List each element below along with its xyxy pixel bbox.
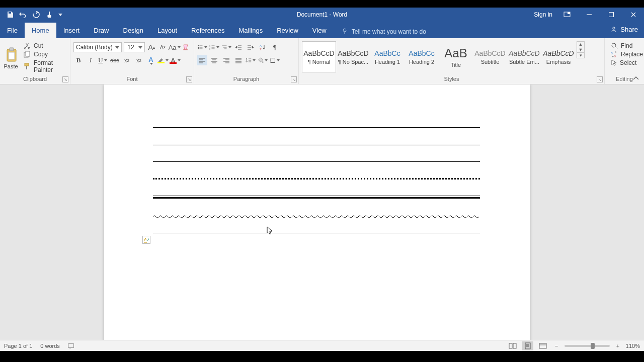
shading-button[interactable] — [258, 55, 268, 65]
align-center-button[interactable] — [209, 55, 219, 65]
replace-button[interactable]: abReplace — [611, 51, 638, 58]
sort-button[interactable]: AZ — [258, 42, 268, 52]
document-area[interactable] — [0, 84, 644, 340]
horizontal-line-triple — [153, 196, 480, 199]
window-title: Document1 - Word — [297, 11, 347, 18]
qat-dropdown-icon[interactable] — [58, 14, 62, 16]
svg-point-15 — [198, 45, 199, 46]
font-size-combo[interactable]: 12 — [124, 42, 145, 52]
styles-more-icon[interactable]: ▾ — [577, 53, 584, 58]
zoom-slider[interactable] — [565, 345, 610, 347]
clipboard-dialog-launcher[interactable]: ↘ — [62, 76, 68, 82]
tab-layout[interactable]: Layout — [150, 23, 184, 38]
tab-references[interactable]: References — [184, 23, 231, 38]
clear-formatting-button[interactable] — [182, 42, 191, 52]
style-title[interactable]: AaBTitle — [439, 41, 473, 72]
bullets-button[interactable] — [197, 42, 207, 52]
tab-home[interactable]: Home — [25, 23, 56, 38]
style--no-spac-[interactable]: AaBbCcD¶ No Spac... — [336, 41, 370, 72]
zoom-in-button[interactable]: + — [614, 343, 622, 349]
style-subtle-em-[interactable]: AaBbCcDSubtle Em... — [507, 41, 541, 72]
multilevel-list-button[interactable] — [221, 42, 231, 52]
justify-button[interactable] — [233, 55, 244, 65]
find-button[interactable]: Find — [611, 42, 638, 49]
svg-rect-7 — [10, 48, 14, 51]
tab-insert[interactable]: Insert — [56, 23, 87, 38]
ribbon-display-icon[interactable] — [559, 10, 575, 20]
svg-rect-30 — [513, 343, 516, 348]
page[interactable] — [104, 84, 530, 340]
bold-button[interactable]: B — [73, 55, 84, 65]
tab-design[interactable]: Design — [116, 23, 150, 38]
style-subtitle[interactable]: AaBbCcDSubtitle — [473, 41, 507, 72]
style-heading-2[interactable]: AaBbCcHeading 2 — [405, 41, 439, 72]
style-heading-1[interactable]: AaBbCcHeading 1 — [370, 41, 405, 72]
paste-button[interactable]: Paste — [3, 40, 20, 76]
tab-mailings[interactable]: Mailings — [232, 23, 270, 38]
copy-button[interactable]: Copy — [24, 51, 65, 58]
highlight-button[interactable] — [158, 55, 168, 65]
increase-indent-button[interactable] — [246, 42, 256, 52]
save-icon[interactable] — [6, 11, 14, 19]
styles-dialog-launcher[interactable]: ↘ — [597, 76, 603, 82]
undo-icon[interactable] — [19, 11, 27, 19]
svg-rect-28 — [68, 343, 74, 347]
tell-me-search[interactable]: Tell me what you want to do — [337, 28, 431, 35]
read-mode-button[interactable] — [507, 341, 518, 350]
status-words[interactable]: 0 words — [40, 343, 60, 349]
text-effects-button[interactable]: A — [146, 55, 156, 65]
touch-mode-icon[interactable] — [45, 11, 53, 19]
font-color-button[interactable]: A — [170, 55, 180, 65]
scroll-up-icon[interactable]: ▲ — [577, 42, 584, 47]
format-painter-icon — [24, 63, 31, 70]
font-dialog-launcher[interactable]: ↘ — [186, 76, 192, 82]
collapse-ribbon-icon[interactable] — [631, 74, 641, 83]
maximize-icon[interactable] — [604, 10, 619, 20]
align-right-button[interactable] — [221, 55, 231, 65]
zoom-out-button[interactable]: − — [552, 343, 560, 349]
numbering-button[interactable]: 123 — [209, 42, 219, 52]
tab-draw[interactable]: Draw — [87, 23, 116, 38]
borders-button[interactable] — [270, 55, 280, 65]
redo-icon[interactable] — [32, 11, 40, 19]
autocorrect-options-icon[interactable] — [142, 236, 150, 244]
superscript-button[interactable]: x2 — [134, 55, 144, 65]
italic-button[interactable]: I — [86, 55, 96, 65]
strikethrough-button[interactable]: abc — [110, 55, 120, 65]
print-layout-button[interactable] — [522, 341, 533, 350]
format-painter-button[interactable]: Format Painter — [24, 59, 65, 73]
close-icon[interactable] — [626, 10, 641, 20]
select-button[interactable]: Select — [611, 59, 638, 66]
subscript-button[interactable]: x2 — [122, 55, 132, 65]
svg-rect-8 — [9, 52, 15, 59]
cut-button[interactable]: Cut — [24, 42, 65, 49]
paragraph-dialog-launcher[interactable]: ↘ — [291, 76, 297, 82]
web-layout-button[interactable] — [537, 341, 548, 350]
svg-rect-1 — [568, 12, 570, 14]
style-emphasis[interactable]: AaBbCcDEmphasis — [541, 41, 576, 72]
scroll-down-icon[interactable]: ▼ — [577, 47, 584, 53]
line-spacing-button[interactable] — [246, 55, 256, 65]
underline-button[interactable]: U — [98, 55, 108, 65]
shrink-font-button[interactable]: A▾ — [158, 42, 167, 52]
zoom-thumb[interactable] — [591, 343, 595, 349]
change-case-button[interactable]: Aa — [170, 42, 180, 52]
share-button[interactable]: Share — [604, 23, 644, 36]
tab-file[interactable]: File — [0, 23, 25, 38]
align-left-button[interactable] — [197, 55, 207, 65]
font-name-combo[interactable]: Calibri (Body) — [73, 42, 122, 52]
show-marks-button[interactable]: ¶ — [270, 42, 280, 52]
tab-review[interactable]: Review — [270, 23, 305, 38]
status-page[interactable]: Page 1 of 1 — [4, 343, 32, 349]
group-styles: AaBbCcD¶ NormalAaBbCcD¶ No Spac...AaBbCc… — [299, 38, 605, 84]
spellcheck-icon[interactable] — [68, 342, 75, 349]
document-content[interactable] — [153, 127, 480, 233]
zoom-level[interactable]: 110% — [626, 343, 640, 349]
tab-view[interactable]: View — [305, 23, 334, 38]
styles-scroll[interactable]: ▲▼▾ — [577, 41, 585, 58]
decrease-indent-button[interactable] — [233, 42, 244, 52]
minimize-icon[interactable] — [582, 10, 597, 20]
signin-link[interactable]: Sign in — [534, 11, 552, 18]
style--normal[interactable]: AaBbCcD¶ Normal — [302, 41, 336, 72]
grow-font-button[interactable]: A▴ — [147, 42, 156, 52]
